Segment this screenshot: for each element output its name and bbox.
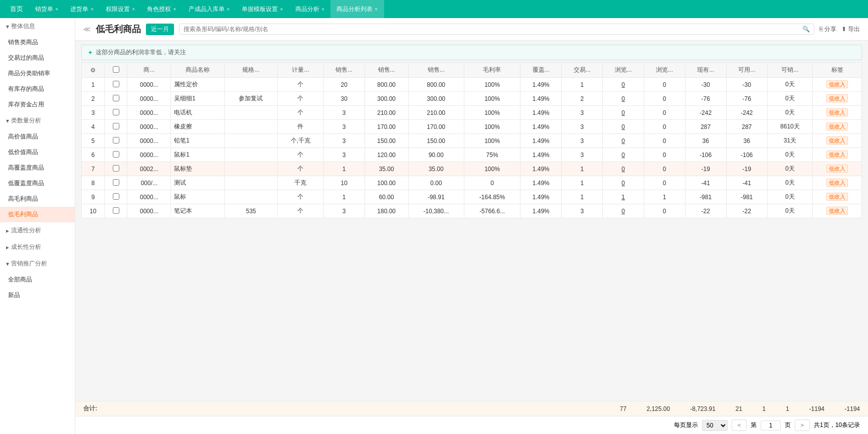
row-checkbox[interactable] — [105, 92, 127, 106]
page-number-input[interactable] — [761, 420, 781, 430]
sidebar-item-low-coverage[interactable]: 低覆盖度商品 — [0, 176, 75, 191]
row-name[interactable]: 铅笔1 — [171, 134, 225, 148]
sidebar-item-new-products[interactable]: 新品 — [0, 287, 75, 303]
row-checkbox[interactable] — [105, 106, 127, 120]
nav-purchase-close[interactable]: × — [90, 6, 93, 12]
row-name[interactable]: 橡皮擦 — [171, 120, 225, 134]
row-checkbox[interactable] — [105, 148, 127, 162]
row-browse1[interactable]: 0 — [603, 78, 644, 92]
row-name[interactable]: 电话机 — [171, 106, 225, 120]
sidebar-item-sales-products[interactable]: 销售类商品 — [0, 35, 75, 50]
row-browse1[interactable]: 0 — [603, 92, 644, 106]
row-browse1[interactable]: 0 — [603, 106, 644, 120]
row-select-checkbox[interactable] — [113, 109, 119, 115]
col-spec[interactable]: 规格... — [224, 63, 278, 78]
nav-template-close[interactable]: × — [280, 6, 283, 12]
nav-permissions[interactable]: 权限设置× — [100, 0, 141, 18]
sidebar-item-category-rate[interactable]: 商品分类助销率 — [0, 66, 75, 81]
row-checkbox[interactable] — [105, 204, 127, 218]
nav-products-in-close[interactable]: × — [227, 6, 230, 12]
nav-permissions-close[interactable]: × — [132, 6, 135, 12]
nav-products-in[interactable]: 产成品入库单× — [183, 0, 236, 18]
col-code[interactable]: 商... — [127, 63, 171, 78]
nav-purchase[interactable]: 进货单× — [64, 0, 99, 18]
sidebar-item-stock-funds[interactable]: 库存资金占用 — [0, 97, 75, 112]
nav-roles[interactable]: 角色授权× — [141, 0, 182, 18]
col-stock[interactable]: 现有... — [685, 63, 726, 78]
select-all-checkbox[interactable] — [113, 66, 119, 73]
row-browse1[interactable]: 0 — [603, 162, 644, 176]
nav-roles-close[interactable]: × — [173, 6, 176, 12]
col-name[interactable]: 商品名称 — [171, 63, 225, 78]
sidebar-item-in-stock[interactable]: 有库存的商品 — [0, 81, 75, 97]
share-btn[interactable]: ⎘ 分享 — [819, 25, 836, 34]
sidebar-section-overall[interactable]: ▾ 整体信息 — [0, 18, 75, 35]
sidebar-section-growth[interactable]: ▸ 成长性分析 — [0, 239, 75, 255]
nav-home[interactable]: 首页 — [4, 0, 29, 18]
row-name[interactable]: 笔记本 — [171, 204, 225, 218]
col-trade[interactable]: 交易... — [562, 63, 603, 78]
nav-analysis-list[interactable]: 商品分析列表× — [330, 0, 384, 18]
row-browse1[interactable]: 0 — [603, 148, 644, 162]
sidebar-item-all-products[interactable]: 全部商品 — [0, 272, 75, 287]
row-select-checkbox[interactable] — [113, 193, 119, 200]
row-select-checkbox[interactable] — [113, 179, 119, 186]
prev-page-btn[interactable]: ＜ — [732, 419, 747, 431]
row-select-checkbox[interactable] — [113, 81, 119, 87]
search-icon[interactable]: 🔍 — [802, 26, 810, 33]
col-amount[interactable]: 销售... — [408, 63, 464, 78]
row-checkbox[interactable] — [105, 78, 127, 92]
row-select-checkbox[interactable] — [113, 137, 119, 143]
col-avail[interactable]: 可用... — [726, 63, 767, 78]
row-select-checkbox[interactable] — [113, 95, 119, 101]
col-coverage[interactable]: 覆盖... — [520, 63, 562, 78]
sidebar-section-marketing[interactable]: ▾ 营销推广分析 — [0, 255, 75, 272]
row-name[interactable]: 属性定价 — [171, 78, 225, 92]
row-checkbox[interactable] — [105, 120, 127, 134]
nav-analysis[interactable]: 商品分析× — [289, 0, 330, 18]
sidebar-item-low-margin[interactable]: 低毛利商品 — [0, 207, 75, 222]
sidebar-item-high-margin[interactable]: 高毛利商品 — [0, 191, 75, 207]
row-browse1[interactable]: 0 — [603, 120, 644, 134]
row-checkbox[interactable] — [105, 176, 127, 190]
row-select-checkbox[interactable] — [113, 165, 119, 172]
page-size-select[interactable]: 50 100 200 — [702, 420, 728, 431]
collapse-sidebar-btn[interactable]: ≪ — [83, 25, 91, 33]
row-name[interactable]: 鼠标垫 — [171, 162, 225, 176]
row-checkbox[interactable] — [105, 134, 127, 148]
sidebar-section-flow[interactable]: ▸ 流通性分析 — [0, 222, 75, 239]
filter-recent-month-btn[interactable]: 近一月 — [146, 24, 174, 35]
col-settings[interactable]: ⚙ — [82, 63, 105, 78]
row-browse1[interactable]: 0 — [603, 134, 644, 148]
search-input[interactable] — [184, 26, 802, 33]
sidebar-item-high-value[interactable]: 高价值商品 — [0, 129, 75, 144]
next-page-btn[interactable]: ＞ — [795, 419, 810, 431]
sidebar-item-low-value[interactable]: 低价值商品 — [0, 144, 75, 160]
nav-analysis-close[interactable]: × — [321, 6, 324, 12]
row-browse1[interactable]: 0 — [603, 204, 644, 218]
row-name[interactable]: 鼠标1 — [171, 148, 225, 162]
col-browse1[interactable]: 浏览... — [603, 63, 644, 78]
nav-analysis-list-close[interactable]: × — [375, 6, 378, 12]
row-checkbox[interactable] — [105, 162, 127, 176]
table-container[interactable]: ⚙ 商... 商品名称 规格... 计量... 销售... 销售... 销售..… — [75, 62, 868, 401]
nav-sales[interactable]: 销货单× — [29, 0, 64, 18]
col-price[interactable]: 销售... — [365, 63, 408, 78]
nav-template[interactable]: 单据模板设置× — [236, 0, 289, 18]
row-select-checkbox[interactable] — [113, 151, 119, 158]
row-name[interactable]: 测试 — [171, 176, 225, 190]
col-gross-rate[interactable]: 毛利率 — [464, 63, 520, 78]
row-select-checkbox[interactable] — [113, 123, 119, 129]
col-qty[interactable]: 销售... — [323, 63, 365, 78]
row-select-checkbox[interactable] — [113, 207, 119, 214]
col-unit[interactable]: 计量... — [278, 63, 323, 78]
export-btn[interactable]: ⬆ 导出 — [841, 25, 860, 34]
nav-sales-close[interactable]: × — [55, 6, 58, 12]
col-tag[interactable]: 标签 — [813, 63, 862, 78]
sidebar-item-high-coverage[interactable]: 高覆盖度商品 — [0, 160, 75, 176]
col-checkbox-all[interactable] — [105, 63, 127, 78]
sidebar-item-traded-products[interactable]: 交易过的商品 — [0, 50, 75, 66]
row-browse1[interactable]: 1 — [603, 190, 644, 204]
row-name[interactable]: 吴细细1 — [171, 92, 225, 106]
row-checkbox[interactable] — [105, 190, 127, 204]
